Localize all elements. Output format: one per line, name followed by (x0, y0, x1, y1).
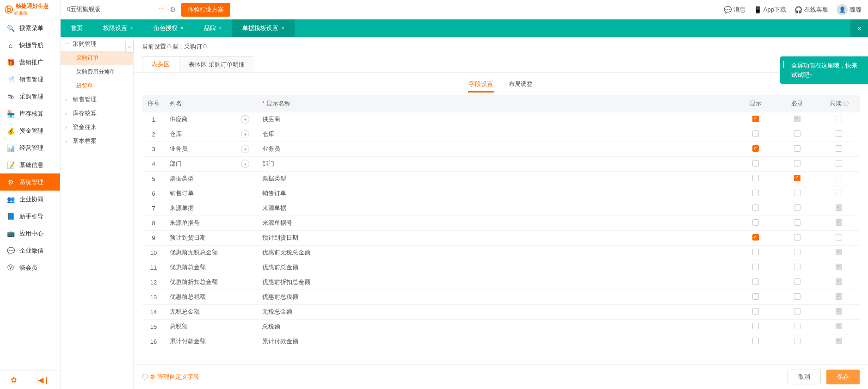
checkbox[interactable] (836, 116, 842, 122)
cancel-button[interactable]: 取消 (788, 370, 821, 384)
checkbox[interactable] (836, 130, 842, 137)
checkbox[interactable] (794, 175, 800, 181)
checkbox[interactable] (794, 160, 800, 167)
midtab-1[interactable]: 布局调整 (508, 77, 534, 93)
nav-item-0[interactable]: 🔍搜索菜单 (0, 19, 60, 37)
cell-disp[interactable]: 累计付款金额 (258, 334, 735, 349)
checkbox[interactable] (794, 323, 800, 329)
plus-icon[interactable]: ＋ (241, 145, 249, 153)
messages-link[interactable]: 💬消息 (724, 6, 745, 14)
checkbox[interactable] (794, 204, 800, 211)
close-icon[interactable]: × (281, 25, 284, 31)
nav-item-14[interactable]: Ⓥ畅会员 (0, 259, 60, 276)
settings-icon[interactable]: ✿ (11, 376, 17, 384)
customer-service-link[interactable]: 🎧在线客服 (794, 6, 828, 14)
nav-item-4[interactable]: 🛍采购管理 (0, 88, 60, 105)
checkbox[interactable] (794, 308, 800, 315)
tree-collapse-icon[interactable]: « (125, 41, 134, 53)
checkbox[interactable] (794, 293, 800, 300)
checkbox[interactable] (836, 145, 842, 152)
tree-item-0-1[interactable]: 采购费用分摊单 (61, 65, 133, 79)
plus-icon[interactable]: ＋ (241, 160, 249, 168)
checkbox[interactable] (752, 249, 759, 255)
tree-group-2[interactable]: ›库存核算 (61, 106, 133, 120)
tab-0[interactable]: 首页 (61, 19, 93, 37)
checkbox[interactable] (794, 190, 800, 196)
checkbox[interactable] (836, 190, 842, 196)
cell-disp[interactable]: 优惠前折扣总金额 (258, 275, 735, 290)
checkbox[interactable] (752, 234, 759, 241)
nav-item-2[interactable]: 🎁营销推广 (0, 54, 60, 71)
checkbox[interactable] (752, 204, 759, 211)
checkbox[interactable] (794, 278, 800, 285)
cell-disp[interactable]: 销售订单 (258, 186, 735, 201)
nav-item-9[interactable]: ⚙系统管理 (0, 173, 60, 191)
checkbox[interactable] (794, 219, 800, 226)
nav-item-11[interactable]: 📘新手引导 (0, 208, 60, 225)
collapse-icon[interactable]: ◀❙ (38, 376, 49, 384)
checkbox[interactable] (752, 190, 759, 196)
checkbox[interactable] (836, 234, 842, 241)
tree-group-3[interactable]: ›资金往来 (61, 120, 133, 134)
checkbox[interactable] (752, 264, 759, 270)
help-icon[interactable]: ⓘ (843, 100, 849, 107)
nav-item-13[interactable]: 💬企业微信 (0, 242, 60, 259)
checkbox[interactable] (752, 323, 759, 329)
cell-disp[interactable]: 优惠前无税总金额 (258, 245, 735, 260)
tree-group-1[interactable]: ›销售管理 (61, 93, 133, 106)
cell-disp[interactable]: 供应商 (258, 112, 735, 127)
app-download-link[interactable]: 📱App下载 (754, 6, 786, 14)
nav-item-1[interactable]: ⌂快捷导航 (0, 37, 60, 54)
trial-button[interactable]: 体验行业方案 (181, 3, 230, 17)
tab-1[interactable]: 权限设置× (93, 19, 143, 37)
checkbox[interactable] (836, 175, 842, 181)
user-menu[interactable]: 👤璐璐 (837, 4, 862, 15)
tree-group-0[interactable]: ﹀采购管理 (61, 37, 133, 51)
cell-disp[interactable]: 票据类型 (258, 171, 735, 186)
checkbox[interactable] (752, 160, 759, 167)
tab-2[interactable]: 角色授权× (143, 19, 194, 37)
nav-item-8[interactable]: 📝基础信息 (0, 156, 60, 173)
close-icon[interactable]: × (219, 25, 222, 31)
checkbox[interactable] (794, 130, 800, 137)
cell-disp[interactable]: 预计到货日期 (258, 230, 735, 245)
checkbox[interactable] (752, 116, 759, 122)
subtab-0[interactable]: 表头区 (142, 56, 179, 72)
cell-disp[interactable]: 来源单据 (258, 201, 735, 216)
save-button[interactable]: 保存 (826, 370, 860, 384)
nav-item-7[interactable]: 📊经营管理 (0, 139, 60, 156)
tab-4[interactable]: 单据模板设置× (232, 19, 295, 37)
nav-item-5[interactable]: 🏪库存核算 (0, 105, 60, 122)
checkbox[interactable] (836, 160, 842, 167)
checkbox[interactable] (752, 145, 759, 152)
plus-icon[interactable]: ＋ (241, 130, 249, 138)
checkbox[interactable] (752, 293, 759, 300)
checkbox[interactable] (752, 278, 759, 285)
checkbox[interactable] (752, 308, 759, 315)
cell-disp[interactable]: 优惠前总金额 (258, 260, 735, 275)
cell-disp[interactable]: 部门 (258, 156, 735, 171)
checkbox[interactable] (794, 234, 800, 241)
cell-disp[interactable]: 无税总金额 (258, 304, 735, 319)
checkbox[interactable] (752, 130, 759, 137)
close-icon[interactable]: × (180, 25, 184, 31)
tree-group-4[interactable]: ›基本档案 (61, 134, 133, 148)
close-all-tabs[interactable]: ✕ (850, 19, 868, 37)
subtab-1[interactable]: 表体区-采购订单明细 (179, 56, 254, 72)
nav-item-6[interactable]: 💰资金管理 (0, 122, 60, 139)
checkbox[interactable] (794, 264, 800, 270)
org-select[interactable]: 0五组旗舰版 ﹀ (67, 3, 164, 16)
plus-icon[interactable]: ＋ (241, 115, 249, 123)
checkbox[interactable] (794, 249, 800, 255)
checkbox[interactable] (752, 175, 759, 181)
midtab-0[interactable]: 字段设置 (468, 77, 494, 93)
checkbox[interactable] (752, 338, 759, 344)
cell-disp[interactable]: 优惠前总税额 (258, 290, 735, 304)
nav-item-3[interactable]: 📄销售管理 (0, 71, 60, 88)
cell-disp[interactable]: 来源单据号 (258, 216, 735, 230)
cell-disp[interactable]: 仓库 (258, 127, 735, 142)
manage-custom-fields-link[interactable]: ⓘ ⚙ 管理自定义字段 (142, 373, 199, 381)
nav-item-12[interactable]: 📺应用中心 (0, 225, 60, 242)
checkbox[interactable] (752, 219, 759, 226)
tree-item-0-2[interactable]: 进货单 (61, 79, 133, 93)
